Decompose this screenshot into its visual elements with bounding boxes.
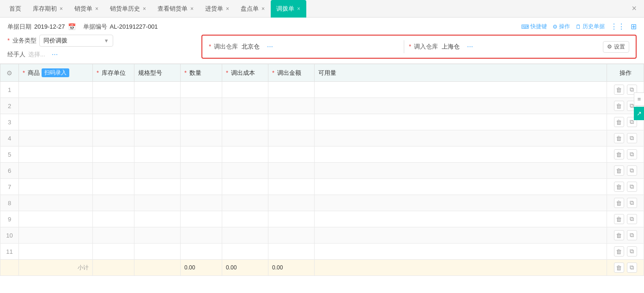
tab-sales-order[interactable]: 销货单 ×	[69, 0, 104, 18]
row-num-6: 6	[0, 163, 19, 179]
transfer-out-more-icon[interactable]: ···	[267, 43, 273, 51]
row-product-7[interactable]	[19, 179, 93, 195]
row-amount-7	[268, 179, 315, 195]
calendar-icon[interactable]: 📅	[68, 23, 76, 31]
toolbar-layout-icon[interactable]: ⋮⋮	[610, 22, 625, 31]
subtotal-delete-button[interactable]: 🗑	[614, 262, 624, 273]
copy-row-button[interactable]: ⧉	[627, 214, 637, 224]
tab-inventory-check[interactable]: 盘点单 ×	[235, 0, 271, 18]
tab-transfer-order[interactable]: 调拨单 ×	[271, 0, 306, 18]
operations-button[interactable]: ⚙ 操作	[553, 23, 570, 31]
history-button[interactable]: 🗒 历史单据	[576, 23, 605, 31]
tab-bar: 首页 库存期初 × 销货单 × 销货单历史 × 查看销货单 × 进货单 × 盘点…	[0, 0, 644, 18]
row-quantity-1	[181, 82, 222, 98]
row-spec-8	[134, 195, 181, 211]
delete-row-button[interactable]: 🗑	[614, 149, 624, 159]
scan-entry-button[interactable]: 扫码录入	[42, 68, 69, 77]
copy-row-button[interactable]: ⧉	[627, 198, 637, 208]
row-product-8[interactable]	[19, 195, 93, 211]
tab-sales-history-close[interactable]: ×	[143, 6, 146, 12]
copy-row-button[interactable]: ⧉	[627, 230, 637, 240]
row-quantity-10	[181, 227, 222, 244]
tab-sales-history[interactable]: 销货单历史 ×	[104, 0, 152, 18]
operations-label: 操作	[559, 23, 570, 31]
setting-button[interactable]: ⚙ 设置	[603, 41, 629, 53]
table-row: 4 🗑 ⧉	[0, 130, 644, 146]
row-product-5[interactable]	[19, 146, 93, 163]
tab-inventory-check-close[interactable]: ×	[261, 6, 265, 12]
tab-inventory-init[interactable]: 库存期初 ×	[27, 0, 69, 18]
window-close-button[interactable]: ×	[628, 4, 640, 13]
row-available-11	[315, 244, 607, 260]
side-list-button[interactable]: ≡	[634, 92, 644, 106]
subtotal-copy-button[interactable]: ⧉	[627, 262, 637, 273]
business-type-star: *	[7, 37, 10, 44]
doc-date-value: 2019-12-27	[34, 23, 65, 30]
row-available-1	[315, 82, 607, 98]
copy-row-button[interactable]: ⧉	[627, 246, 637, 256]
delete-row-button[interactable]: 🗑	[614, 198, 624, 208]
tab-transfer-order-close[interactable]: ×	[297, 6, 300, 12]
row-op-10: 🗑 ⧉	[607, 227, 644, 244]
row-spec-10	[134, 227, 181, 244]
row-unit-10	[93, 227, 134, 244]
tab-inventory-init-close[interactable]: ×	[60, 6, 63, 12]
row-amount-4	[268, 130, 315, 146]
tab-view-sales-close[interactable]: ×	[190, 6, 194, 12]
shortcut-button[interactable]: ⌨ 快捷键	[521, 23, 547, 31]
row-quantity-2	[181, 98, 222, 114]
row-product-9[interactable]	[19, 211, 93, 227]
side-export-button[interactable]: ↗	[634, 107, 644, 120]
tab-purchase-order[interactable]: 进货单 ×	[200, 0, 235, 18]
delete-row-button[interactable]: 🗑	[614, 165, 624, 176]
row-available-2	[315, 98, 607, 114]
row-unit-9	[93, 211, 134, 227]
business-type-select[interactable]: 同价调拨 ▼	[39, 35, 113, 47]
field-divider	[404, 40, 404, 53]
row-spec-5	[134, 146, 181, 163]
shortcut-icon: ⌨	[521, 24, 529, 30]
row-product-2[interactable]	[19, 98, 93, 114]
row-product-3[interactable]	[19, 114, 93, 130]
delete-row-button[interactable]: 🗑	[614, 246, 624, 256]
row-product-10[interactable]	[19, 227, 93, 244]
row-product-1[interactable]	[19, 82, 93, 98]
tab-purchase-order-close[interactable]: ×	[226, 6, 229, 12]
copy-row-button[interactable]: ⧉	[627, 133, 637, 143]
delete-row-button[interactable]: 🗑	[614, 133, 624, 143]
table-settings-icon[interactable]: ⚙	[6, 69, 12, 77]
handler-input[interactable]: 选择...	[28, 50, 45, 59]
delete-row-button[interactable]: 🗑	[614, 85, 624, 95]
transfer-in-more-icon[interactable]: ···	[467, 43, 473, 51]
row-num-3: 3	[0, 114, 19, 130]
delete-row-button[interactable]: 🗑	[614, 101, 624, 111]
row-unit-5	[93, 146, 134, 163]
delete-row-button[interactable]: 🗑	[614, 214, 624, 224]
row-op-11: 🗑 ⧉	[607, 244, 644, 260]
tab-sales-order-close[interactable]: ×	[95, 6, 98, 12]
copy-row-button[interactable]: ⧉	[627, 149, 637, 159]
row-quantity-7	[181, 179, 222, 195]
delete-row-button[interactable]: 🗑	[614, 230, 624, 240]
doc-date-item: 单据日期 2019-12-27 📅	[7, 23, 76, 31]
doc-number-label: 单据编号	[83, 23, 107, 31]
tab-home[interactable]: 首页	[4, 0, 27, 18]
copy-row-button[interactable]: ⧉	[627, 165, 637, 176]
copy-row-button[interactable]: ⧉	[627, 182, 637, 192]
row-spec-1	[134, 82, 181, 98]
delete-row-button[interactable]: 🗑	[614, 117, 624, 127]
row-product-4[interactable]	[19, 130, 93, 146]
handler-more-icon[interactable]: ···	[52, 50, 58, 59]
row-product-6[interactable]	[19, 163, 93, 179]
table-row: 8 🗑 ⧉	[0, 195, 644, 211]
table-row: 7 🗑 ⧉	[0, 179, 644, 195]
toolbar-grid-icon[interactable]: ⊞	[631, 22, 637, 31]
operations-icon: ⚙	[553, 24, 558, 30]
th-quantity: * 数量	[181, 64, 222, 82]
tab-view-sales[interactable]: 查看销货单 ×	[152, 0, 200, 18]
row-spec-2	[134, 98, 181, 114]
delete-row-button[interactable]: 🗑	[614, 182, 624, 192]
business-type-field: * 业务类型 同价调拨 ▼	[7, 35, 194, 47]
row-product-11[interactable]	[19, 244, 93, 260]
row-cost-7	[222, 179, 268, 195]
